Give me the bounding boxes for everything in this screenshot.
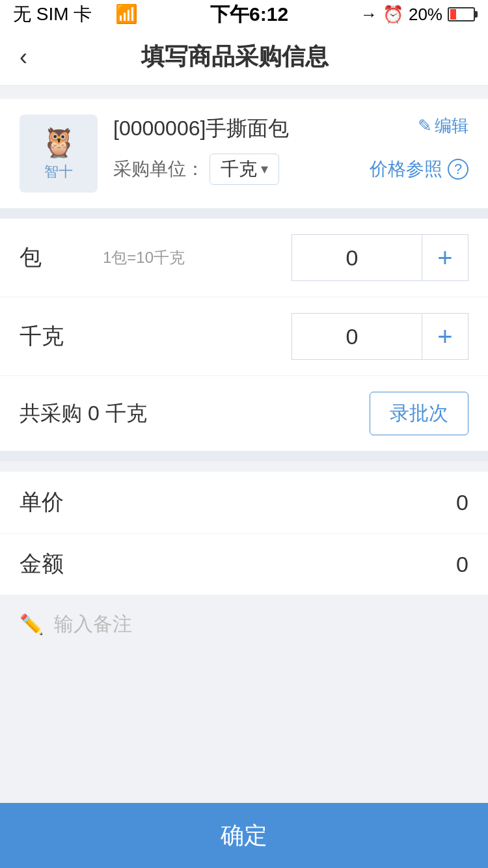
battery-percent: 20% (409, 5, 442, 25)
price-info-section: 单价 0 金额 0 (0, 472, 488, 595)
kg-quantity-input[interactable] (291, 313, 422, 360)
notes-placeholder: 输入备注 (54, 611, 132, 638)
battery-fill (450, 9, 456, 20)
product-top-row: [0000006]手撕面包 ✎ 编辑 (113, 115, 468, 143)
bag-input-right: + (291, 234, 468, 281)
chevron-down-icon: ▾ (261, 161, 268, 178)
amount-label: 金额 (20, 549, 64, 579)
section-divider-1 (0, 208, 488, 219)
kg-input-right: + (291, 313, 468, 360)
product-unit-row: 采购单位： 千克 ▾ 价格参照 ? (113, 154, 468, 185)
back-button[interactable]: ‹ (20, 37, 40, 77)
confirm-button[interactable]: 确定 (0, 803, 488, 868)
kg-label: 千克 (20, 321, 98, 351)
edit-label: 编辑 (435, 115, 468, 137)
product-name: [0000006]手撕面包 (113, 115, 418, 143)
unit-label: 采购单位： 千克 ▾ (113, 154, 279, 185)
unit-price-row: 单价 0 (0, 472, 488, 534)
product-logo-icon: 🦉 (41, 126, 77, 159)
product-logo-text: 智十 (44, 162, 73, 182)
unit-label-text: 采购单位： (113, 157, 204, 182)
record-batch-button[interactable]: 录批次 (370, 392, 468, 435)
page-title: 填写商品采购信息 (40, 41, 429, 73)
kg-input-row: 千克 + (0, 297, 488, 376)
section-divider-2 (0, 451, 488, 461)
summary-text: 共采购 0 千克 (20, 400, 147, 428)
product-info: [0000006]手撕面包 ✎ 编辑 采购单位： 千克 ▾ 价格参照 ? (113, 115, 468, 185)
product-image: 🦉 智十 (20, 115, 98, 193)
alarm-icon: ⏰ (383, 5, 403, 25)
bag-plus-button[interactable]: + (422, 234, 468, 281)
edit-button[interactable]: ✎ 编辑 (418, 115, 468, 137)
product-card: 🦉 智十 [0000006]手撕面包 ✎ 编辑 采购单位： 千克 ▾ 价格参照 … (0, 99, 488, 208)
kg-plus-button[interactable]: + (422, 313, 468, 360)
bag-quantity-input[interactable] (291, 234, 422, 281)
unit-price-value: 0 (456, 490, 468, 515)
edit-icon: ✎ (418, 116, 432, 136)
battery-tip (475, 11, 478, 18)
status-left: 无 SIM 卡 📶 (13, 2, 138, 27)
location-icon: → (360, 5, 377, 25)
unit-select[interactable]: 千克 ▾ (210, 154, 279, 185)
unit-price-label: 单价 (20, 487, 64, 517)
price-ref-label: 价格参照 (370, 157, 442, 182)
bag-sublabel: 1包=10千克 (103, 247, 185, 268)
bag-input-row: 包 1包=10千克 + (0, 219, 488, 297)
nav-bar: ‹ 填写商品采购信息 (0, 29, 488, 86)
input-section: 包 1包=10千克 + 千克 + 共采购 0 千克 录批次 (0, 219, 488, 451)
battery-icon (448, 7, 475, 21)
pencil-icon: ✏️ (20, 613, 44, 636)
sim-signal: 无 SIM 卡 📶 (13, 2, 138, 27)
status-bar: 无 SIM 卡 📶 下午6:12 → ⏰ 20% (0, 0, 488, 29)
unit-value: 千克 (221, 157, 257, 182)
amount-value: 0 (456, 552, 468, 577)
status-time: 下午6:12 (210, 1, 288, 28)
status-right: → ⏰ 20% (360, 5, 475, 25)
notes-section[interactable]: ✏️ 输入备注 (0, 595, 488, 653)
summary-row: 共采购 0 千克 录批次 (0, 376, 488, 451)
price-reference-button[interactable]: 价格参照 ? (370, 157, 468, 182)
help-icon: ? (448, 159, 468, 180)
bag-label: 包 (20, 243, 98, 273)
amount-row: 金额 0 (0, 534, 488, 595)
